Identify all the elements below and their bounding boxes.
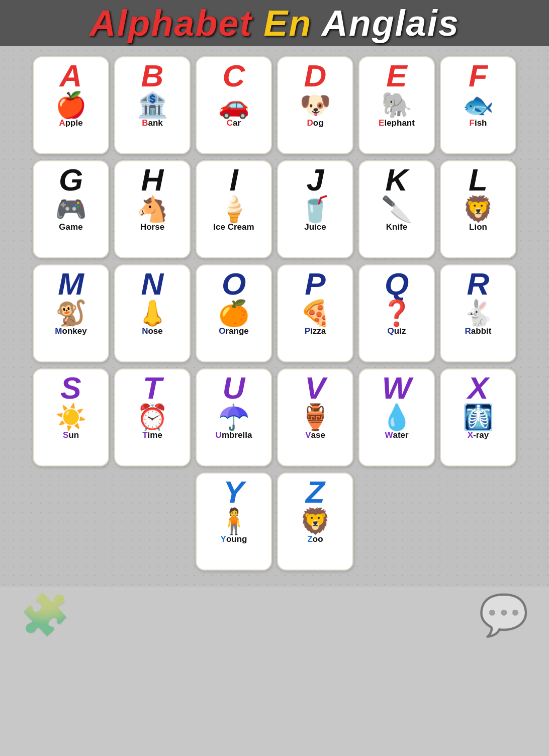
label-rest: nife bbox=[392, 222, 407, 232]
card-v[interactable]: V🏺Vase bbox=[277, 368, 353, 466]
icon-juice: 🥤 bbox=[300, 197, 331, 222]
label-elephant: Elephant bbox=[379, 119, 415, 128]
title-alphabet: Alphabet bbox=[89, 3, 252, 43]
card-f[interactable]: F🐟Fish bbox=[440, 56, 516, 154]
card-u[interactable]: U☂️Umbrella bbox=[196, 368, 272, 466]
label-first-letter: J bbox=[304, 222, 309, 232]
label-rest: onkey bbox=[62, 326, 87, 336]
label-rest: ime bbox=[148, 430, 162, 440]
card-s[interactable]: S☀️Sun bbox=[33, 368, 109, 466]
icon-elephant: 🐘 bbox=[381, 92, 412, 118]
label-first-letter: Q bbox=[388, 326, 394, 336]
label-first-letter: Z bbox=[307, 534, 312, 544]
letter-d: D bbox=[304, 60, 327, 91]
icon-bank: 🏦 bbox=[137, 92, 168, 118]
card-o[interactable]: O🍊Orange bbox=[196, 264, 272, 362]
label-rest: lephant bbox=[384, 118, 414, 128]
letter-o: O bbox=[222, 268, 246, 300]
label-juice: Juice bbox=[304, 223, 326, 232]
card-c[interactable]: C🚗Car bbox=[196, 56, 272, 154]
letter-b: B bbox=[141, 60, 164, 91]
label-rabbit: Rabbit bbox=[465, 327, 492, 336]
icon-time: ⏰ bbox=[137, 405, 168, 430]
icon-apple: 🍎 bbox=[55, 92, 86, 118]
letter-a: A bbox=[60, 60, 82, 91]
card-t[interactable]: T⏰Time bbox=[114, 368, 191, 466]
label-first-letter: R bbox=[465, 326, 471, 336]
label-rest: oung bbox=[226, 534, 247, 544]
label-first-letter: V bbox=[305, 430, 311, 440]
card-n[interactable]: N👃Nose bbox=[114, 264, 191, 362]
letter-f: F bbox=[469, 60, 488, 91]
card-j[interactable]: J🥤Juice bbox=[277, 160, 353, 258]
label-bank: Bank bbox=[142, 119, 163, 128]
alphabet-row-3: M🐒MonkeyN👃NoseO🍊OrangeP🍕PizzaQ❓QuizR🐇Rab… bbox=[7, 264, 542, 362]
card-b[interactable]: B🏦Bank bbox=[114, 56, 191, 154]
icon-knife: 🔪 bbox=[381, 197, 412, 222]
card-z[interactable]: Z🦁Zoo bbox=[277, 472, 353, 571]
label-first-letter: E bbox=[379, 118, 384, 128]
label-first-letter: T bbox=[142, 430, 147, 440]
card-e[interactable]: E🐘Elephant bbox=[358, 56, 435, 154]
label-first-letter: L bbox=[469, 222, 474, 232]
card-g[interactable]: G🎮Game bbox=[33, 160, 109, 258]
icon-dog: 🐶 bbox=[300, 92, 331, 118]
letter-l: L bbox=[469, 164, 488, 196]
label-orange: Orange bbox=[219, 327, 249, 336]
label-first-letter: M bbox=[55, 326, 62, 336]
label-first-letter: F bbox=[470, 118, 475, 128]
icon-game: 🎮 bbox=[55, 197, 86, 222]
label-horse: Horse bbox=[140, 223, 164, 232]
letter-p: P bbox=[305, 268, 325, 300]
label-car: Car bbox=[227, 119, 241, 128]
title-anglais: Anglais bbox=[322, 3, 460, 43]
icon-x-ray: 🩻 bbox=[463, 405, 494, 430]
card-a[interactable]: A🍎Apple bbox=[33, 56, 109, 154]
card-i[interactable]: I🍦Ice Cream bbox=[196, 160, 272, 258]
letter-x: X bbox=[468, 372, 488, 404]
label-rest: un bbox=[68, 430, 79, 440]
card-r[interactable]: R🐇Rabbit bbox=[440, 264, 516, 362]
label-umbrella: Umbrella bbox=[216, 431, 252, 440]
label-fish: Fish bbox=[470, 119, 487, 128]
card-d[interactable]: D🐶Dog bbox=[277, 56, 353, 154]
label-first-letter: P bbox=[305, 326, 310, 336]
icon-vase: 🏺 bbox=[300, 405, 331, 430]
card-y[interactable]: Y🧍Young bbox=[196, 472, 272, 571]
label-nose: Nose bbox=[142, 327, 163, 336]
alphabet-row-2: G🎮GameH🐴HorseI🍦Ice CreamJ🥤JuiceK🔪KnifeL🦁… bbox=[7, 160, 542, 258]
label-first-letter: U bbox=[216, 430, 222, 440]
card-k[interactable]: K🔪Knife bbox=[358, 160, 435, 258]
card-x[interactable]: X🩻X-ray bbox=[440, 368, 516, 466]
label-lion: Lion bbox=[469, 223, 487, 232]
card-h[interactable]: H🐴Horse bbox=[114, 160, 191, 258]
label-x-ray: X-ray bbox=[468, 431, 489, 440]
letter-m: M bbox=[58, 268, 84, 300]
title-en: En bbox=[263, 3, 312, 43]
card-l[interactable]: L🦁Lion bbox=[440, 160, 516, 258]
label-rest: ase bbox=[311, 430, 325, 440]
icon-water: 💧 bbox=[381, 405, 412, 430]
label-rest: og bbox=[313, 118, 324, 128]
card-w[interactable]: W💧Water bbox=[358, 368, 435, 466]
icon-nose: 👃 bbox=[137, 301, 168, 326]
label-first-letter: O bbox=[219, 326, 225, 336]
icon-fish: 🐟 bbox=[463, 92, 494, 118]
letter-n: N bbox=[141, 268, 164, 300]
label-first-letter: D bbox=[307, 118, 313, 128]
letter-g: G bbox=[59, 164, 83, 196]
label-first-letter: G bbox=[59, 222, 65, 232]
label-rest: pple bbox=[65, 118, 83, 128]
label-first-letter: S bbox=[63, 430, 68, 440]
icon-lion: 🦁 bbox=[463, 197, 494, 222]
label-rest: ion bbox=[474, 222, 487, 232]
label-pizza: Pizza bbox=[305, 327, 326, 336]
label-rest: uice bbox=[309, 222, 326, 232]
label-rest: ce Cream bbox=[216, 222, 254, 232]
label-first-letter: Y bbox=[221, 534, 226, 544]
card-m[interactable]: M🐒Monkey bbox=[33, 264, 109, 362]
card-p[interactable]: P🍕Pizza bbox=[277, 264, 353, 362]
letter-r: R bbox=[467, 268, 490, 300]
card-q[interactable]: Q❓Quiz bbox=[358, 264, 435, 362]
label-dog: Dog bbox=[307, 119, 323, 128]
